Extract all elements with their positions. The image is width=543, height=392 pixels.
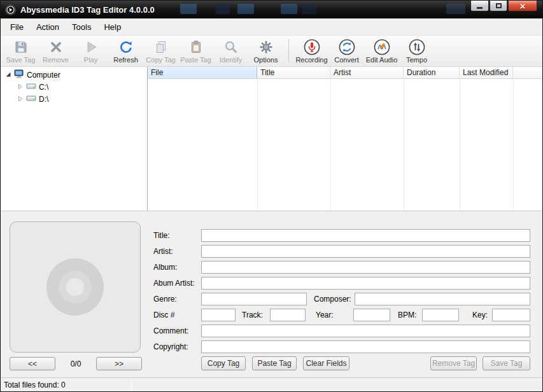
file-counter: 0/0 [57,360,95,368]
tree-item-label: C:\ [39,83,48,92]
toolbar-button-label: Convert [334,56,359,64]
convert-button[interactable]: Convert [329,36,364,66]
grid-line [257,79,258,211]
toolbar-button-label: Edit Audio [366,56,398,64]
album-artist-input[interactable] [201,277,530,290]
window-controls: × [470,1,537,11]
title-input[interactable] [201,229,530,242]
toolbar-button-label: Recording [295,56,327,64]
refresh-icon [118,38,134,55]
window-title: Abyssmedia ID3 Tag Editor 4.0.0.0 [20,5,155,15]
year-input[interactable] [353,309,390,321]
gear-icon [258,38,274,55]
copy-icon [153,38,169,55]
artist-input[interactable] [201,245,530,258]
genre-label: Genre: [153,295,177,304]
tempo-arrows-icon [409,38,425,55]
composer-input[interactable] [355,293,530,305]
menu-action[interactable]: Action [30,20,66,34]
album-artist-label: Abum Artist: [153,279,195,288]
track-label: Track: [242,311,263,319]
statusbar: Total files found: 0 [1,377,542,391]
tree-item-label: Computer [27,71,60,80]
prev-file-button[interactable]: << [10,357,55,370]
folder-tree: Computer C:\ D:\ [1,67,148,211]
column-header-duration[interactable]: Duration [404,67,460,78]
toolbar-button-label: Options [254,56,278,64]
toolbar-button-label: Save Tag [6,56,36,64]
refresh-button[interactable]: Refresh [108,36,143,66]
paste-tag-button[interactable]: Paste Tag [178,36,213,66]
identify-button[interactable]: Identify [213,36,248,66]
save-tag-button[interactable]: Save Tag [3,36,38,66]
toolbar-button-label: Paste Tag [180,56,211,64]
titlebar: Abyssmedia ID3 Tag Editor 4.0.0.0 × [1,1,542,18]
close-button[interactable]: × [508,1,537,11]
play-button[interactable]: Play [73,36,108,66]
grid-line [460,79,460,211]
tag-editor-panel: << 0/0 >> Title: Artist: Album: Abum Art… [1,211,542,377]
column-header-last-modified[interactable]: Last Modified [460,67,513,78]
file-list: File Title Artist Duration Last Modified [148,67,542,211]
magnifier-icon [223,38,239,55]
expander-collapsed-icon[interactable] [17,95,24,104]
expander-collapsed-icon[interactable] [17,83,24,92]
file-list-body[interactable] [148,79,542,211]
play-icon [83,38,99,55]
tree-item-computer[interactable]: Computer [1,69,147,81]
maximize-button[interactable] [490,1,507,11]
cd-disc-icon [46,258,104,316]
remove-button[interactable]: Remove [38,36,73,66]
remove-tag-button[interactable]: Remove Tag [430,356,477,370]
album-input[interactable] [201,261,530,274]
copy-tag-button[interactable]: Copy Tag [143,36,178,66]
toolbar-button-label: Tempo [406,56,427,64]
minimize-button[interactable] [470,1,489,11]
convert-arrows-icon [339,38,355,55]
paste-tag-form-button[interactable]: Paste Tag [252,356,297,370]
titlebar-artifact [216,4,230,14]
remove-x-icon [48,38,64,55]
clear-fields-button[interactable]: Clear Fields [303,356,349,370]
titlebar-artifact [302,4,316,14]
tree-item-drive-d[interactable]: D:\ [1,93,147,105]
edit-audio-button[interactable]: Edit Audio [364,36,399,66]
artist-label: Artist: [153,247,173,256]
track-input[interactable] [270,309,306,321]
title-label: Title: [153,231,170,240]
grid-line [513,79,514,211]
grid-line [330,79,331,211]
copyright-label: Copyright: [153,342,188,351]
column-header-file[interactable]: File [148,67,257,78]
save-tag-form-button[interactable]: Save Tag [483,356,530,370]
menu-tools[interactable]: Tools [66,20,97,34]
expander-expanded-icon[interactable] [5,71,11,80]
toolbar-button-label: Refresh [113,56,138,64]
album-art-placeholder [10,221,141,353]
menu-file[interactable]: File [4,20,30,34]
comment-input[interactable] [201,325,530,337]
drive-icon [26,94,36,104]
disc-input[interactable] [201,309,236,321]
recording-button[interactable]: Recording [294,36,329,66]
toolbar-button-label: Play [84,56,97,64]
key-input[interactable] [492,309,530,321]
maximize-icon [496,3,502,8]
titlebar-artifact [281,4,297,14]
genre-input[interactable] [201,293,307,305]
main-area: Computer C:\ D:\ [1,67,542,211]
tree-item-drive-c[interactable]: C:\ [1,81,147,93]
column-header-artist[interactable]: Artist [330,67,404,78]
copy-tag-form-button[interactable]: Copy Tag [201,356,246,370]
titlebar-artifact [446,4,465,14]
clipboard-icon [188,38,204,55]
menu-help[interactable]: Help [97,20,127,34]
column-header-title[interactable]: Title [257,67,330,78]
copyright-input[interactable] [201,340,530,353]
bpm-input[interactable] [422,309,459,321]
next-file-button[interactable]: >> [96,357,142,370]
options-button[interactable]: Options [248,36,283,66]
toolbar-button-label: Copy Tag [146,56,175,64]
tempo-button[interactable]: Tempo [399,36,434,66]
composer-label: Composer: [314,295,351,304]
